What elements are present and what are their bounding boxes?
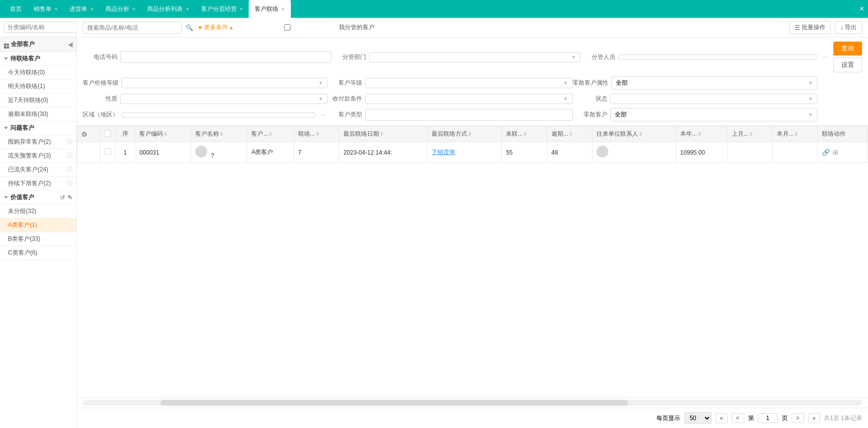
td-last-contact-method[interactable]: 下销货单 [428,142,502,163]
sidebar-item-class-a[interactable]: A类客户(1) [0,218,76,232]
close-icon[interactable]: × [90,6,93,12]
pagination: 每页显示 50 100 « < 第 页 > » 共1页 1条记录 [77,408,868,428]
my-customers-label: 我分管的客户 [339,23,375,32]
dept-select[interactable]: ▼ [369,52,580,62]
region-select[interactable] [121,112,316,117]
price-grade-label: 客户价格等级 [83,79,118,87]
nav-tab-customer-contact[interactable]: 客户联络 × [249,0,290,18]
next-page-button[interactable]: > [792,413,804,423]
sidebar-item-churn-warning[interactable]: 流失预警客户(3) ⓘ [0,149,76,163]
batch-op-button[interactable]: ☰ 批量操作 [789,21,831,34]
nature-label: 性质 [83,95,117,103]
manager-dots-button[interactable]: ··· [820,54,829,60]
nature-select[interactable]: ▼ [120,94,327,104]
page-size-select[interactable]: 50 100 [684,412,711,424]
search-button[interactable]: 🔍 [186,24,193,31]
page-number-input[interactable] [758,413,778,423]
region-dots-button[interactable]: ··· [319,111,327,118]
page-end-label: 页 [782,414,788,423]
nav-tab-product-list[interactable]: 商品分析列表 × [141,0,195,18]
close-icon[interactable]: × [54,6,57,12]
table-row: 1 000031 ? A类客户 7 2023-04-12 14:44: 下销货单 [77,142,868,163]
th-customer-code[interactable]: 客户编码 [135,126,191,142]
query-button[interactable]: 查询 [833,42,862,55]
retail-attr-select[interactable]: 全部 ▼ [611,76,817,90]
all-customers-header[interactable]: 全部客户 ◀ [0,37,76,52]
horizontal-scrollbar[interactable] [77,397,868,408]
th-last-contact-method[interactable]: 最后联络方式 [428,126,502,142]
nav-tab-product-analysis[interactable]: 商品分析 × [100,0,141,18]
info-icon: ⓘ [66,152,72,160]
pending-contact-section[interactable]: 待联络客户 [0,52,76,66]
sidebar-item-churned[interactable]: 已流失客户(24) ⓘ [0,163,76,177]
sidebar-item-7days[interactable]: 近7天待联络(0) [0,94,76,107]
prev-page-button[interactable]: < [732,413,744,423]
sidebar-item-unclassified[interactable]: 未分组(32) [0,205,76,218]
th-no-contact[interactable]: 未联... [502,126,547,142]
price-grade-select[interactable]: ▼ [121,78,327,88]
qr-code-icon[interactable]: ⊞ [833,149,838,156]
more-filters-button[interactable]: ▼ 更多条件 ▲ [197,23,234,32]
td-gear [77,142,100,163]
phone-input[interactable] [120,51,331,63]
dept-label: 分管部门 [331,53,366,61]
th-this-year[interactable]: 本年... [676,126,727,142]
close-icon[interactable]: × [132,6,135,12]
retail-customer-select[interactable]: 全部 ▼ [610,108,817,121]
sidebar-search-input[interactable] [4,22,77,33]
collapse-icon[interactable]: ◀ [68,41,72,48]
th-last-month[interactable]: 上月... [727,126,772,142]
th-customer-type[interactable]: 客户... [247,126,294,142]
customer-type-input[interactable] [365,109,572,121]
gear-icon[interactable]: ⚙ [81,130,88,138]
close-icon[interactable]: × [186,6,189,12]
region-label: 区域（地区） [83,110,118,119]
problem-customers-section[interactable]: 问题客户 [0,121,76,135]
td-no-contact: 55 [502,142,547,163]
manager-select[interactable] [618,54,817,59]
my-customers-checkbox[interactable]: 我分管的客户 [238,23,375,32]
status-select[interactable]: ▼ [610,94,817,104]
edit-icon[interactable]: ✎ [67,194,72,201]
refresh-icon[interactable]: ↺ [60,194,65,201]
th-contact-person[interactable]: 往来单位联系人 [593,126,676,142]
sidebar-item-overdue[interactable]: 逾期未联络(30) [0,107,76,121]
td-last-month [727,142,772,163]
chevron-down-icon: ▼ [318,80,323,86]
close-icon[interactable]: × [240,6,243,12]
nav-tab-customer-layer[interactable]: 客户分层经营 × [195,0,249,18]
sidebar-item-class-b[interactable]: B类客户(33) [0,232,76,246]
select-all-checkbox[interactable] [104,130,111,137]
row-checkbox[interactable] [104,148,111,155]
td-code: 000031 [135,142,191,163]
th-this-month[interactable]: 本月... [772,126,817,142]
th-last-contact-date[interactable]: 最后联络日期 [339,126,428,142]
sidebar: 🔍 全部客户 ◀ 待联络客户 今天待联络(0) 明天待联络(1) [0,18,77,428]
caret-icon: ▲ [229,25,234,30]
last-page-button[interactable]: » [808,413,820,423]
nav-tab-sales[interactable]: 销售单 × [28,0,63,18]
nav-tab-home[interactable]: 首页 [4,0,28,18]
th-contact-count[interactable]: 联络... [294,126,339,142]
sidebar-item-declining[interactable]: 持续下滑客户(2) ⓘ [0,177,76,191]
gear-column-header[interactable]: ⚙ [77,126,100,142]
chevron-down-icon: ▼ [563,80,568,86]
contact-link-icon[interactable]: 🔗 [822,149,830,156]
close-all-button[interactable]: × [860,4,864,13]
first-page-button[interactable]: « [715,413,728,423]
sidebar-item-hoarding[interactable]: 囤购异常客户(2) ⓘ [0,135,76,149]
customer-grade-select[interactable]: ▼ [365,78,572,88]
export-button[interactable]: ↓ 导出 [835,21,862,34]
th-overdue[interactable]: 逾期... [547,126,592,142]
td-last-contact-date: 2023-04-12 14:44: [339,142,428,163]
settings-button[interactable]: 设置 [833,57,862,72]
payment-select[interactable]: ▼ [365,94,572,104]
sidebar-item-today[interactable]: 今天待联络(0) [0,66,76,80]
th-customer-name[interactable]: 客户名称 [191,126,247,142]
search-input[interactable] [83,22,182,34]
sidebar-item-tomorrow[interactable]: 明天待联络(1) [0,80,76,94]
value-customers-section[interactable]: 价值客户 ↺ ✎ [0,191,76,205]
nav-tab-purchase[interactable]: 进货单 × [63,0,99,18]
close-icon[interactable]: × [281,6,284,12]
sidebar-item-class-c[interactable]: C类客户(6) [0,246,76,260]
